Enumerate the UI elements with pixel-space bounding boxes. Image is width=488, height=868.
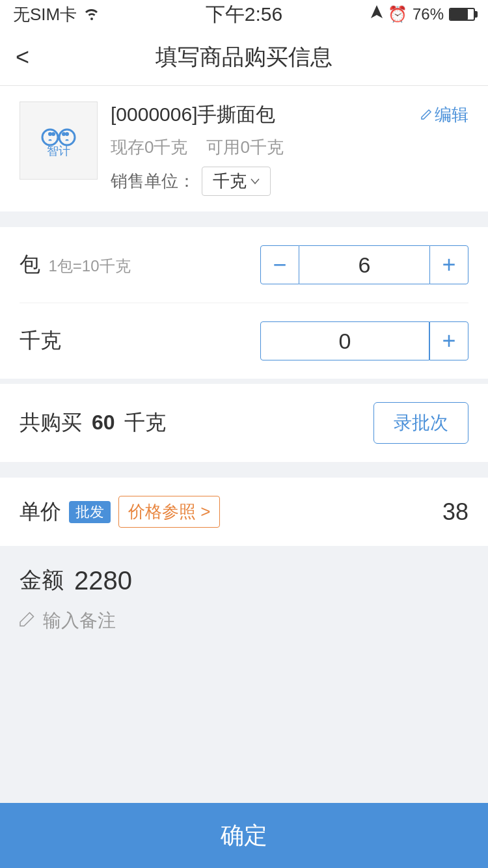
product-full-name: [0000006]手撕面包 (111, 102, 275, 128)
product-image: 智计 (20, 102, 98, 180)
quantity-kg-input[interactable] (260, 321, 429, 360)
total-text: 共购买 60 千克 (20, 409, 166, 437)
decrement-bao-button[interactable]: − (260, 245, 299, 284)
battery-percent: 76% (413, 5, 444, 23)
svg-point-6 (62, 132, 66, 136)
quantity-section: 包 1包=10千克 − + 千克 + (0, 227, 488, 379)
remark-row[interactable]: 输入备注 (20, 608, 468, 633)
unit-label: 销售单位： (111, 170, 195, 193)
gps-icon (371, 5, 383, 23)
back-button[interactable]: < (16, 44, 29, 71)
confirm-button[interactable]: 确定 (221, 820, 267, 852)
svg-text:智计: 智计 (47, 144, 70, 157)
amount-row: 金额 2280 (20, 565, 468, 595)
price-label: 单价 (20, 498, 61, 526)
page-title: 填写商品购买信息 (156, 42, 332, 72)
status-left: 无SIM卡 (13, 3, 100, 26)
price-value: 38 (442, 498, 468, 526)
batch-tag: 批发 (69, 501, 111, 523)
amount-label: 金额 (20, 565, 64, 595)
quantity-bao-input[interactable] (299, 245, 429, 284)
product-card: 智计 [0000006]手撕面包 编辑 现存0千克 可用0千克 销售单位： 千克 (0, 86, 488, 217)
product-name-row: [0000006]手撕面包 编辑 (111, 102, 468, 128)
svg-point-4 (51, 132, 55, 136)
status-bar: 无SIM卡 下午2:56 ⏰ 76% (0, 0, 488, 29)
price-ref-button[interactable]: 价格参照 > (118, 496, 220, 528)
svg-marker-0 (371, 5, 383, 18)
confirm-bar[interactable]: 确定 (0, 803, 488, 868)
nav-bar: < 填写商品购买信息 (0, 29, 488, 86)
battery-icon (449, 8, 475, 21)
status-right: ⏰ 76% (371, 5, 475, 23)
alarm-icon: ⏰ (388, 5, 407, 23)
amount-section: 金额 2280 输入备注 (0, 546, 488, 646)
wifi-icon (83, 5, 100, 25)
batch-button[interactable]: 录批次 (373, 402, 468, 444)
svg-point-2 (59, 129, 75, 145)
quantity-sublabel: 1包=10千克 (48, 257, 130, 275)
edit-button[interactable]: 编辑 (419, 103, 468, 126)
amount-value: 2280 (74, 566, 132, 595)
quantity-row-1: 包 1包=10千克 − + (20, 227, 468, 303)
product-info: [0000006]手撕面包 编辑 现存0千克 可用0千克 销售单位： 千克 (111, 102, 468, 196)
remark-placeholder: 输入备注 (43, 608, 116, 633)
increment-kg-button[interactable]: + (429, 321, 468, 360)
total-section: 共购买 60 千克 录批次 (0, 379, 488, 462)
quantity-controls-2: + (260, 321, 468, 360)
pencil-icon (20, 611, 35, 631)
product-unit-row: 销售单位： 千克 (111, 167, 468, 196)
product-stock: 现存0千克 可用0千克 (111, 136, 468, 159)
quantity-row-2: 千克 + (20, 303, 468, 379)
quantity-controls-1: − + (260, 245, 468, 284)
quantity-label-2: 千克 (20, 327, 61, 355)
status-time: 下午2:56 (206, 1, 282, 28)
quantity-label-1: 包 1包=10千克 (20, 251, 131, 279)
price-left: 单价 批发 价格参照 > (20, 496, 220, 528)
unit-select[interactable]: 千克 (202, 167, 271, 196)
carrier-text: 无SIM卡 (13, 3, 77, 26)
increment-bao-button[interactable]: + (429, 245, 468, 284)
svg-point-1 (42, 129, 58, 145)
price-section: 单价 批发 价格参照 > 38 (0, 472, 488, 546)
